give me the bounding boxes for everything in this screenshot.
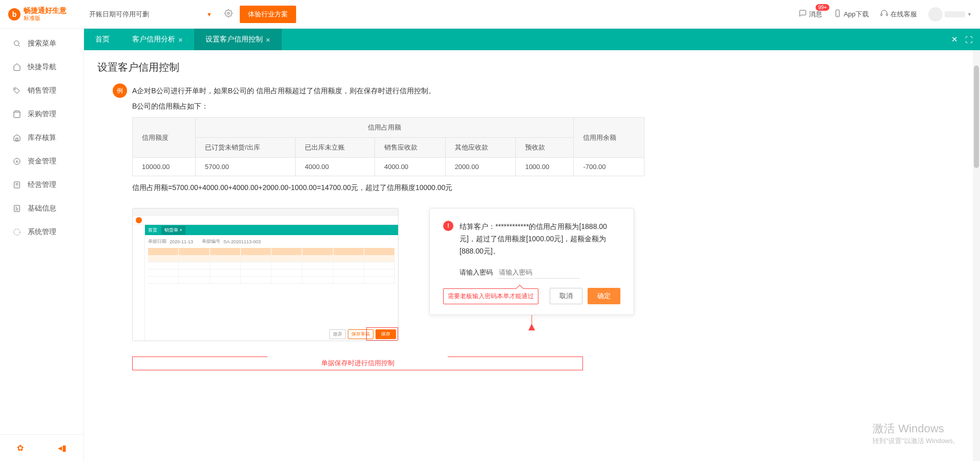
search-icon (12, 39, 22, 48)
connector-label: 单据保存时进行信用控制 (132, 357, 583, 370)
password-input[interactable] (498, 266, 580, 279)
cart-icon (12, 110, 22, 119)
tag-icon (12, 86, 22, 95)
shot-tab: 首页 (148, 227, 157, 234)
tab-home[interactable]: 首页 (84, 29, 121, 50)
tab-credit-analysis[interactable]: 客户信用分析× (121, 29, 194, 50)
logo-icon (136, 217, 142, 223)
page-body: 设置客户信用控制 例 A企对B公司进行开单时，如果B公司的 信用占用额超过了信用… (84, 50, 980, 461)
online-service-label: 在线客服 (890, 10, 917, 19)
cell-val: 1000.00 (516, 158, 574, 176)
example-text: A企对B公司进行开单时，如果B公司的 信用占用额超过了信用额度，则在保存时进行信… (132, 85, 435, 97)
password-label: 请输入密码 (460, 268, 493, 277)
sidebar-item-label: 快捷导航 (28, 62, 56, 72)
shot-save-draft-button: 保存草稿 (348, 329, 373, 339)
topbar: b 畅捷通好生意 标准版 开账日期可停用可删 ▼ 体验行业方案 消息 99+ A… (0, 0, 980, 29)
sidebar-item-label: 销售管理 (28, 86, 56, 95)
system-icon (12, 227, 22, 237)
page-title: 设置客户信用控制 (97, 60, 967, 74)
close-icon[interactable]: × (178, 35, 183, 44)
online-service-link[interactable]: 在线客服 (880, 9, 917, 19)
industry-solution-button[interactable]: 体验行业方案 (240, 6, 296, 23)
app-download-link[interactable]: App下载 (833, 9, 869, 19)
home-icon (12, 62, 22, 72)
topbar-right: 消息 99+ App下载 在线客服 ▼ (799, 7, 972, 22)
cell-limit: 10000.00 (133, 158, 196, 176)
close-all-tabs-icon[interactable]: ✕ (951, 35, 958, 44)
vertical-scrollbar[interactable] (973, 50, 980, 461)
embedded-screenshot: 首页销货单 × 单据日期2020-11-13 单据编号SA-20201113-0… (132, 208, 399, 341)
svg-point-0 (227, 12, 230, 14)
tab-label: 客户信用分析 (132, 35, 175, 44)
dropdown-label: 开账日期可停用可删 (89, 10, 149, 19)
sidebar: 搜索菜单 快捷导航 销售管理 采购管理 库存核算 ¥资金管理 经营管理 基础信息… (0, 29, 84, 461)
box-icon (12, 133, 22, 142)
sidebar-item-label: 搜索菜单 (28, 39, 56, 48)
svg-rect-4 (886, 14, 888, 16)
main: 首页 客户信用分析× 设置客户信用控制× ✕ ⛶ 设置客户信用控制 例 A企对B… (84, 29, 980, 461)
shot-abandon-button: 放弃 (329, 329, 346, 339)
shot-save-button: 保存 (376, 329, 396, 339)
shot-tab-active: 销货单 × (161, 226, 185, 235)
svg-line-6 (18, 45, 20, 47)
sidebar-item-baseinfo[interactable]: 基础信息 (0, 197, 84, 220)
info-icon (12, 204, 22, 213)
brand-edition: 标准版 (24, 14, 67, 22)
example-subtext: B公司的信用额占如下： (132, 102, 951, 111)
dialog-message: 结算客户：************的信用占用额为[1888.00元]，超过了信用… (460, 221, 620, 257)
sidebar-item-business[interactable]: 经营管理 (0, 173, 84, 197)
headset-icon (880, 9, 888, 19)
messages-badge: 99+ (816, 4, 829, 11)
svg-rect-3 (881, 14, 882, 16)
cell-val: 5700.00 (196, 158, 296, 176)
tab-credit-settings[interactable]: 设置客户信用控制× (194, 29, 282, 50)
phone-icon (833, 9, 842, 19)
chevron-down-icon: ▼ (206, 11, 212, 17)
cell-val: 4000.00 (375, 158, 446, 176)
report-icon (12, 180, 22, 190)
username-placeholder (945, 11, 965, 17)
th-col: 其他应收款 (445, 138, 516, 158)
dialog-illustration: ! 结算客户：************的信用占用额为[1888.00元]，超过了… (429, 208, 634, 315)
cancel-button[interactable]: 取消 (550, 288, 582, 304)
sidebar-footer: ✿ ◂▮ (0, 434, 84, 461)
sidebar-item-search[interactable]: 搜索菜单 (0, 32, 84, 55)
user-menu[interactable]: ▼ (928, 7, 972, 22)
sidebar-item-label: 采购管理 (28, 110, 56, 119)
sidebar-item-label: 基础信息 (28, 204, 56, 213)
th-col: 已出库未立账 (296, 138, 375, 158)
th-col: 已订货未销货/出库 (196, 138, 296, 158)
svg-rect-9 (16, 138, 18, 141)
fullscreen-icon[interactable]: ⛶ (965, 35, 973, 44)
tabbar: 首页 客户信用分析× 设置客户信用控制× ✕ ⛶ (84, 29, 980, 50)
sidebar-item-inventory[interactable]: 库存核算 (0, 126, 84, 150)
tab-label: 设置客户信用控制 (205, 35, 263, 44)
app-download-label: App下载 (844, 10, 869, 19)
sidebar-list: 搜索菜单 快捷导航 销售管理 采购管理 库存核算 ¥资金管理 经营管理 基础信息… (0, 29, 84, 434)
sidebar-item-quicknav[interactable]: 快捷导航 (0, 55, 84, 79)
gear-icon[interactable] (224, 9, 233, 19)
avatar (928, 7, 943, 22)
sidebar-item-funds[interactable]: ¥资金管理 (0, 150, 84, 173)
close-icon[interactable]: × (266, 35, 270, 44)
sidebar-item-system[interactable]: 系统管理 (0, 220, 84, 244)
cell-balance: -700.00 (574, 158, 644, 176)
scrollbar-thumb[interactable] (974, 66, 979, 168)
sidebar-item-label: 经营管理 (28, 180, 56, 190)
settings-gear-icon[interactable]: ✿ (17, 443, 24, 453)
sidebar-item-label: 系统管理 (28, 227, 56, 237)
collapse-sidebar-icon[interactable]: ◂▮ (58, 443, 67, 453)
messages-link[interactable]: 消息 99+ (799, 9, 822, 19)
account-period-dropdown[interactable]: 开账日期可停用可删 ▼ (84, 7, 217, 22)
sidebar-item-sales[interactable]: 销售管理 (0, 79, 84, 102)
th-occupied: 信用占用额 (196, 118, 574, 138)
sidebar-item-purchase[interactable]: 采购管理 (0, 102, 84, 126)
brand-logo[interactable]: b 畅捷通好生意 标准版 (8, 6, 84, 22)
formula-text: 信用占用额=5700.00+4000.00+4000.00+2000.00-10… (132, 183, 951, 193)
logo-letter: b (12, 10, 17, 18)
sidebar-item-label: 资金管理 (28, 157, 56, 166)
confirm-button[interactable]: 确定 (588, 288, 620, 304)
dialog-note: 需要老板输入密码本单才能通过 (443, 288, 538, 304)
svg-point-5 (14, 41, 19, 46)
diagram: 首页销货单 × 单据日期2020-11-13 单据编号SA-20201113-0… (132, 208, 951, 341)
